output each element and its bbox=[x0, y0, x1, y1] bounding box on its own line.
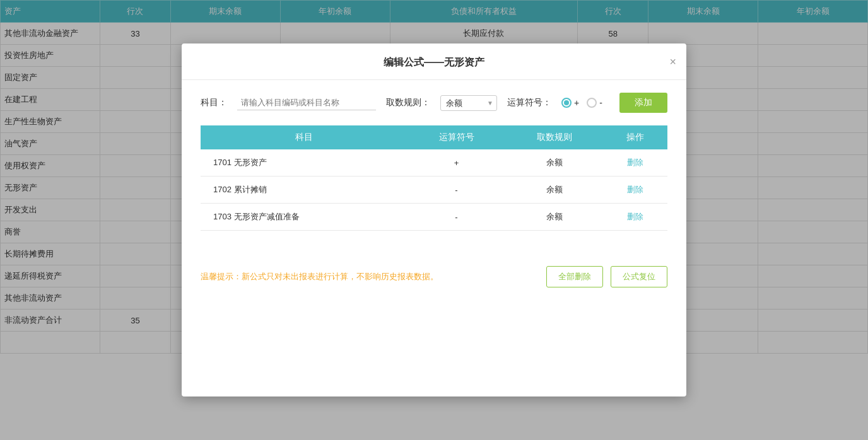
formula-operator-2: - bbox=[408, 204, 506, 231]
formula-rule-2: 余额 bbox=[505, 204, 604, 231]
formula-rule-1: 余额 bbox=[505, 177, 604, 204]
formula-row-0: 1701 无形资产+余额删除 bbox=[201, 149, 667, 177]
radio-minus-circle bbox=[587, 98, 597, 108]
delete-link-0[interactable]: 删除 bbox=[627, 158, 643, 167]
modal-footer: 温馨提示：新公式只对未出报表进行计算，不影响历史报表数据。 全部删除 公式复位 bbox=[182, 256, 686, 294]
formula-subject-1: 1702 累计摊销 bbox=[201, 177, 408, 204]
modal-header: 编辑公式——无形资产 × bbox=[182, 43, 686, 80]
modal-close-button[interactable]: × bbox=[669, 56, 676, 67]
add-button[interactable]: 添加 bbox=[619, 93, 667, 113]
edit-formula-modal: 编辑公式——无形资产 × 科目： 取数规则： 余额 借方 贷方 借方发生额 贷方… bbox=[182, 43, 686, 397]
th-rule: 取数规则 bbox=[505, 125, 604, 149]
operator-label: 运算符号： bbox=[507, 97, 551, 108]
reset-formula-button[interactable]: 公式复位 bbox=[611, 266, 667, 287]
formula-row-2: 1703 无形资产减值准备-余额删除 bbox=[201, 204, 667, 231]
formula-rule-0: 余额 bbox=[505, 149, 604, 177]
formula-action-2: 删除 bbox=[604, 204, 667, 231]
subject-label: 科目： bbox=[201, 97, 227, 108]
th-operator: 运算符号 bbox=[408, 125, 506, 149]
rule-label: 取数规则： bbox=[386, 97, 430, 108]
operator-radio-group: + - bbox=[561, 98, 602, 108]
formula-operator-0: + bbox=[408, 149, 506, 177]
inner-table-header-row: 科目 运算符号 取数规则 操作 bbox=[201, 125, 667, 149]
delete-all-button[interactable]: 全部删除 bbox=[546, 266, 603, 287]
rule-select[interactable]: 余额 借方 贷方 借方发生额 贷方发生额 bbox=[440, 95, 497, 111]
footer-hint: 温馨提示：新公式只对未出报表进行计算，不影响历史报表数据。 bbox=[201, 271, 438, 282]
modal-title: 编辑公式——无形资产 bbox=[384, 57, 484, 67]
inner-formula-table: 科目 运算符号 取数规则 操作 1701 无形资产+余额删除1702 累计摊销-… bbox=[201, 125, 667, 231]
form-row: 科目： 取数规则： 余额 借方 贷方 借方发生额 贷方发生额 ▼ 运算符号： bbox=[201, 93, 667, 113]
operator-minus-label: - bbox=[599, 98, 602, 108]
th-action: 操作 bbox=[604, 125, 667, 149]
formula-action-0: 删除 bbox=[604, 149, 667, 177]
th-subject: 科目 bbox=[201, 125, 408, 149]
rule-select-wrap: 余额 借方 贷方 借方发生额 贷方发生额 ▼ bbox=[440, 95, 497, 111]
formula-subject-0: 1701 无形资产 bbox=[201, 149, 408, 177]
formula-row-1: 1702 累计摊销-余额删除 bbox=[201, 177, 667, 204]
delete-link-1[interactable]: 删除 bbox=[627, 185, 643, 194]
operator-minus-radio[interactable]: - bbox=[587, 98, 602, 108]
modal-overlay: 编辑公式——无形资产 × 科目： 取数规则： 余额 借方 贷方 借方发生额 贷方… bbox=[0, 0, 868, 440]
operator-plus-label: + bbox=[574, 98, 579, 108]
formula-action-1: 删除 bbox=[604, 177, 667, 204]
formula-operator-1: - bbox=[408, 177, 506, 204]
modal-body: 科目： 取数规则： 余额 借方 贷方 借方发生额 贷方发生额 ▼ 运算符号： bbox=[182, 80, 686, 256]
subject-input[interactable] bbox=[237, 95, 376, 110]
formula-subject-2: 1703 无形资产减值准备 bbox=[201, 204, 408, 231]
footer-buttons: 全部删除 公式复位 bbox=[546, 266, 667, 287]
operator-plus-radio[interactable]: + bbox=[561, 98, 579, 108]
radio-plus-circle bbox=[561, 98, 572, 108]
delete-link-2[interactable]: 删除 bbox=[627, 212, 643, 221]
